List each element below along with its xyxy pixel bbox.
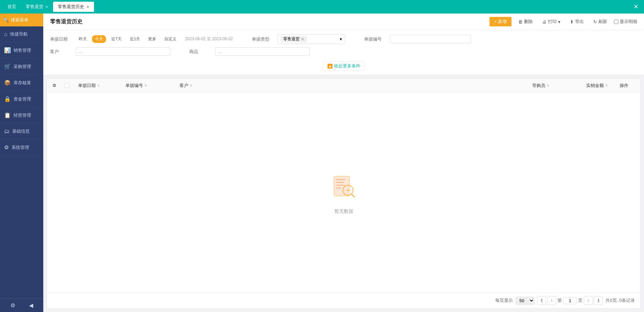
tab-retail-return[interactable]: 零售退货 ✕: [21, 2, 53, 12]
page-number-input[interactable]: [563, 297, 577, 304]
sidebar-item-business[interactable]: 📋 经营管理: [0, 107, 43, 124]
collapse-row: 🔼 收起更多条件: [50, 59, 637, 71]
page-last-button[interactable]: ⟫: [594, 296, 603, 305]
header-actions: + 新增 🗑 删除 🖨 打印 ▾ ⬆ 导出 ↻ 刷新: [490, 17, 637, 26]
delete-icon: 🗑: [518, 19, 523, 24]
table-header: ⚙ 单据日期 ⇅ 单据编号 ⇅ 客户 ⇅ 导购员 ⇅: [47, 79, 640, 92]
page-word: 第: [557, 297, 562, 304]
th-date[interactable]: 单据日期 ⇅: [75, 83, 123, 89]
tab-retail-return-history-close[interactable]: ✕: [86, 5, 89, 9]
sidebar-item-quick-nav[interactable]: ⌂ 快捷导航: [0, 26, 43, 42]
collapse-icon: 🔼: [327, 64, 333, 69]
sidebar-item-sales[interactable]: 📊 销售管理: [0, 42, 43, 59]
guide-sort-icon: ⇅: [547, 84, 549, 87]
tab-list: 首页 零售退货 ✕ 零售退货历史 ✕: [3, 2, 631, 12]
sidebar-item-basic[interactable]: 🗂 基础信息: [0, 124, 43, 139]
number-filter-input[interactable]: [390, 35, 471, 43]
display-toggle[interactable]: 显示明细: [614, 19, 637, 25]
empty-illustration: [327, 171, 361, 204]
page-size-label: 每页显示: [495, 297, 513, 304]
svg-rect-4: [336, 187, 341, 188]
total-text: 共0页, 0条记录: [605, 297, 635, 304]
page-prev-button[interactable]: ‹: [547, 296, 556, 305]
empty-text: 暂无数据: [334, 208, 353, 215]
print-dropdown-icon: ▾: [558, 19, 560, 24]
header-checkbox[interactable]: [65, 83, 69, 88]
date-sort-icon: ⇅: [97, 84, 100, 87]
type-tag-remove[interactable]: ✕: [301, 37, 304, 42]
collapse-button[interactable]: 🔼 收起更多条件: [323, 61, 365, 71]
type-select-dropdown-icon: ▾: [340, 37, 342, 42]
tab-retail-return-close[interactable]: ✕: [45, 5, 48, 9]
basic-icon: 🗂: [4, 128, 9, 134]
number-filter-label: 单据编号: [364, 36, 384, 42]
date-7days[interactable]: 近7天: [108, 35, 125, 43]
th-number[interactable]: 单据编号 ⇅: [123, 83, 177, 89]
th-ops: 操作: [611, 83, 638, 89]
window-close-button[interactable]: ✕: [631, 3, 641, 10]
page-title: 零售退货历史: [50, 18, 82, 25]
date-range-display: 2023-06-02 至 2023-06-02: [185, 36, 233, 42]
content-area: 零售退货历史 + 新增 🗑 删除 🖨 打印 ▾ ⬆ 导出 ↻: [43, 14, 644, 312]
customer-sort-icon: ⇅: [190, 84, 192, 87]
page-size-select[interactable]: 50 10 20 100: [516, 297, 534, 305]
date-custom[interactable]: 自定义: [161, 35, 180, 43]
table-body: 暂无数据: [47, 92, 640, 292]
date-more[interactable]: 更多: [145, 35, 159, 43]
display-toggle-checkbox[interactable]: [614, 20, 618, 24]
svg-rect-1: [336, 179, 345, 180]
delete-button[interactable]: 🗑 删除: [516, 17, 535, 26]
inventory-icon: 📦: [4, 80, 11, 86]
date-yesterday[interactable]: 昨天: [76, 35, 90, 43]
svg-rect-2: [336, 182, 343, 183]
settings-bottom-icon[interactable]: ⚙: [10, 302, 15, 309]
page-header: 零售退货历史 + 新增 🗑 删除 🖨 打印 ▾ ⬆ 导出 ↻: [43, 14, 644, 30]
date-filter-group: 昨天 今天 近7天 近1月 更多 自定义: [76, 35, 180, 43]
sales-icon: 📊: [4, 47, 11, 53]
page-info: 第 页: [557, 297, 582, 304]
sidebar-item-system[interactable]: ⚙ 系统管理: [0, 139, 43, 156]
type-filter-label: 单据类型: [252, 36, 272, 42]
refresh-icon: ↻: [593, 19, 597, 24]
filter-row-1: 单据日期 昨天 今天 近7天 近1月 更多 自定义 2023-06-02 至 2…: [50, 34, 637, 44]
th-guide[interactable]: 导购员 ⇅: [529, 83, 570, 89]
goods-filter-select[interactable]: ...: [215, 47, 310, 56]
page-next-button[interactable]: ›: [584, 296, 593, 305]
print-button[interactable]: 🖨 打印 ▾: [540, 17, 563, 26]
svg-rect-3: [336, 184, 345, 185]
sidebar-item-purchase[interactable]: 🛒 采购管理: [0, 59, 43, 75]
customer-filter-select[interactable]: ...: [76, 47, 170, 56]
refresh-button[interactable]: ↻ 刷新: [591, 17, 610, 26]
th-checkbox[interactable]: [62, 83, 75, 88]
page-first-button[interactable]: ⟪: [537, 296, 546, 305]
top-bar: 首页 零售退货 ✕ 零售退货历史 ✕ ✕: [0, 0, 644, 14]
home-icon: ⌂: [4, 31, 7, 37]
system-icon: ⚙: [4, 144, 9, 151]
collapse-sidebar-icon[interactable]: ◀: [29, 302, 33, 309]
new-button[interactable]: + 新增: [490, 17, 511, 26]
top-bar-right: ✕: [631, 3, 641, 10]
sidebar-menu: ⌂ 快捷导航 📊 销售管理 🛒 采购管理 📦 库存核算 🔒 资金管理 📋: [0, 26, 43, 298]
tab-retail-return-history[interactable]: 零售退货历史 ✕: [53, 2, 94, 12]
print-icon: 🖨: [542, 19, 547, 24]
customer-filter-label: 客户: [50, 49, 70, 55]
amount-sort-icon: ⇅: [605, 84, 608, 87]
purchase-icon: 🛒: [4, 63, 11, 70]
table-area: ⚙ 单据日期 ⇅ 单据编号 ⇅ 客户 ⇅ 导购员 ⇅: [47, 79, 641, 309]
export-button[interactable]: ⬆ 导出: [567, 17, 587, 26]
date-1month[interactable]: 近1月: [127, 35, 143, 43]
sidebar: 🔍 搜索菜单 ⌂ 快捷导航 📊 销售管理 🛒 采购管理 📦 库存核算 🔒: [0, 14, 43, 312]
th-customer[interactable]: 客户 ⇅: [177, 83, 529, 89]
sidebar-search[interactable]: 🔍 搜索菜单: [0, 14, 43, 26]
sidebar-item-inventory[interactable]: 📦 库存核算: [0, 75, 43, 91]
th-amount[interactable]: 实销金额 ⇅: [570, 83, 611, 89]
th-settings[interactable]: ⚙: [50, 83, 62, 88]
date-today[interactable]: 今天: [92, 35, 106, 43]
pagination: 每页显示 50 10 20 100 ⟪ ‹ 第 页 › ⟫: [47, 292, 640, 308]
filter-row-2: 客户 ... 商品 ...: [50, 47, 637, 56]
business-icon: 📋: [4, 112, 11, 118]
sidebar-item-finance[interactable]: 🔒 资金管理: [0, 91, 43, 107]
tab-home[interactable]: 首页: [3, 2, 21, 12]
type-filter-select[interactable]: 零售退货 ✕ ▾: [278, 34, 345, 44]
date-filter-label: 单据日期: [50, 36, 70, 42]
